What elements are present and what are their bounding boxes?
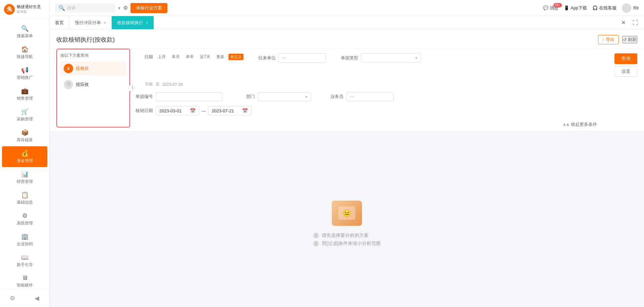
tab-verify-close[interactable]: × xyxy=(146,20,148,25)
collapse-label: 收起更多条件 xyxy=(571,121,597,127)
dept-select[interactable]: ▾ xyxy=(258,92,311,101)
verify-date-start[interactable]: 2023-03-01 📅 xyxy=(156,106,199,115)
date-btn-more[interactable]: 更多 xyxy=(214,53,226,60)
app-logo: 兔 畅捷通好生意 标准版 xyxy=(0,0,49,19)
sidebar-settings-btn[interactable]: ⚙ xyxy=(7,293,18,304)
sidebar-item-label: 系统管理 xyxy=(17,220,33,226)
date-btn-7days[interactable]: 近7天 xyxy=(198,53,212,60)
tabbar: 首页 预付冲应付单 × 收款核销执行 × ✕ ⛶ xyxy=(50,16,644,30)
date-btn-thismonth[interactable]: 本月 xyxy=(170,53,182,60)
home-tab-label: 首页 xyxy=(55,20,64,26)
tab-prepay[interactable]: 预付冲应付单 × xyxy=(69,16,112,29)
marketing-icon: 📢 xyxy=(21,66,29,74)
filter-option-by-receipt[interactable]: ¥ 按收款 xyxy=(60,61,126,76)
sidebar: 兔 畅捷通好生意 标准版 🔍 搜索菜单 🏠 快捷导航 📢 营销推广 💼 销售管理… xyxy=(0,0,50,307)
filter-fields: 日期 上月 本月 本年 近7天 更多 自定义 xyxy=(136,49,637,127)
empty-text: 1 请先选择要分析的方案 2 用[过滤]条件来缩小分析范围 xyxy=(313,233,381,249)
search-placeholder: 搜索 xyxy=(67,5,76,11)
gear-icon[interactable]: ⚙ xyxy=(123,5,128,11)
home-icon: 🏠 xyxy=(21,46,29,53)
staff-label: 业务员 xyxy=(326,94,343,100)
step-num-2: 2 xyxy=(313,241,319,247)
filter-main: 按以下方案查询 《 ¥ 按收款 ⏱ 按应收 xyxy=(56,49,637,127)
setting-btn[interactable]: 设置 xyxy=(614,66,637,77)
tab-verify[interactable]: 收款核销执行 × xyxy=(112,16,154,29)
content-area: 收款核销执行(按收款) ↑ 导出 ↺ 刷新 按以下方案查询 《 xyxy=(50,30,644,307)
export-label: 导出 xyxy=(606,37,614,43)
receivable-option-label: 按应收 xyxy=(76,82,89,88)
sidebar-item-label: 营销推广 xyxy=(17,75,33,81)
date-separator: — xyxy=(201,108,206,113)
empty-face: 😐 xyxy=(338,206,355,220)
message-btn[interactable]: 💬 消息 99+ xyxy=(543,5,558,11)
sidebar-item-operations[interactable]: 📊 经营管理 xyxy=(0,167,49,188)
filter-area: 按以下方案查询 《 ¥ 按收款 ⏱ 按应收 xyxy=(50,49,644,131)
sidebar-item-sales[interactable]: 💼 销售管理 xyxy=(0,84,49,105)
sidebar-item-label: 资金管理 xyxy=(17,158,33,164)
query-btn[interactable]: 查询 xyxy=(614,53,637,64)
sidebar-collapse-btn[interactable]: ◀ xyxy=(32,293,42,304)
sidebar-item-inventory[interactable]: 📦 库存核算 xyxy=(0,125,49,146)
verify-date-end[interactable]: 2023-07-21 📅 xyxy=(208,106,252,115)
date-to-label: 至 xyxy=(156,82,160,87)
tab-home[interactable]: 首页 xyxy=(50,16,69,29)
date-label: 日期 xyxy=(136,54,153,60)
dropdown-icon[interactable]: ▾ xyxy=(118,5,120,11)
sidebar-item-label: 库存核算 xyxy=(17,137,33,143)
tab-expand-btn[interactable]: ⛶ xyxy=(631,18,640,28)
sidebar-item-guide[interactable]: 📖 新手引导 xyxy=(0,250,49,271)
verify-end-text: 2023-07-21 xyxy=(212,108,234,113)
filter-option-by-receivable[interactable]: ⏱ 按应收 xyxy=(60,77,126,92)
sidebar-item-label: 快捷导航 xyxy=(17,54,33,60)
refresh-label: 刷新 xyxy=(628,37,637,43)
empty-box: 😐 xyxy=(332,201,362,226)
empty-step1: 1 请先选择要分析的方案 xyxy=(313,233,381,239)
filter-collapse-btn[interactable]: 《 xyxy=(128,85,135,92)
app-download-btn[interactable]: 📱 App下载 xyxy=(564,5,587,11)
doc-type-select[interactable]: ▾ xyxy=(361,53,421,62)
empty-state: 😐 1 请先选择要分析的方案 2 用[过滤]条件来缩小分析范围 xyxy=(50,134,644,307)
step1-text: 请先选择要分析的方案 xyxy=(322,233,369,239)
date-btn-thisyear[interactable]: 本年 xyxy=(184,53,196,60)
topbar-search-box[interactable]: 🔍 搜索 xyxy=(55,3,115,12)
sidebar-item-hardware[interactable]: 🖥 智能硬件 xyxy=(0,271,49,289)
sales-icon: 💼 xyxy=(21,87,29,95)
date-custom-tag[interactable]: 自定义 xyxy=(228,54,244,60)
collapse-more-btn[interactable]: ∧∧ 收起更多条件 xyxy=(563,121,597,127)
date-btn-lastmonth[interactable]: 上月 xyxy=(156,53,168,60)
message-icon: 💬 xyxy=(543,5,548,10)
operations-icon: 📊 xyxy=(21,170,29,178)
refresh-btn[interactable]: ↺ 刷新 xyxy=(622,36,637,43)
date-no-limit: 不限 xyxy=(145,82,153,87)
sidebar-item-finance[interactable]: 💰 资金管理 xyxy=(2,146,47,167)
doc-no-input[interactable] xyxy=(156,92,223,101)
service-btn[interactable]: 🎧 在线客服 xyxy=(592,5,616,11)
counterparty-input[interactable]: ··· xyxy=(278,53,326,63)
sidebar-item-purchase[interactable]: 🛒 采购管理 xyxy=(0,105,49,125)
sidebar-item-basic[interactable]: 📋 基础信息 xyxy=(0,188,49,209)
system-icon: ⚙ xyxy=(22,212,28,219)
chevron-down-icon: ▾ xyxy=(305,94,308,99)
sidebar-item-label: 智能硬件 xyxy=(17,283,33,288)
receipt-option-icon: ¥ xyxy=(64,64,73,73)
sidebar-item-quicknav[interactable]: 🏠 快捷导航 xyxy=(0,42,49,63)
export-btn[interactable]: ↑ 导出 xyxy=(598,35,619,44)
sidebar-item-system[interactable]: ⚙ 系统管理 xyxy=(0,209,49,229)
app-icon: 📱 xyxy=(564,5,569,10)
industry-btn[interactable]: 体验行业方案 xyxy=(130,3,167,13)
sidebar-item-label: 企业协同 xyxy=(17,241,33,247)
dept-label: 部门 xyxy=(237,94,255,100)
user-area[interactable]: Rit xyxy=(622,3,639,13)
topbar-left: 🔍 搜索 ▾ ⚙ 体验行业方案 xyxy=(55,3,539,13)
tab-prepay-close[interactable]: × xyxy=(104,20,106,25)
empty-illustration: 😐 xyxy=(327,192,367,226)
app-label: App下载 xyxy=(571,5,587,11)
filter-scheme-panel: 按以下方案查询 《 ¥ 按收款 ⏱ 按应收 xyxy=(56,49,130,127)
staff-input[interactable]: ··· xyxy=(346,92,394,101)
sidebar-item-search[interactable]: 🔍 搜索菜单 xyxy=(0,21,49,42)
calendar-start-icon[interactable]: 📅 xyxy=(190,108,196,113)
calendar-end-icon[interactable]: 📅 xyxy=(242,108,248,113)
sidebar-item-collab[interactable]: 🏢 企业协同 xyxy=(0,229,49,250)
sidebar-item-marketing[interactable]: 📢 营销推广 xyxy=(0,63,49,84)
tab-close-btn[interactable]: ✕ xyxy=(619,18,628,28)
